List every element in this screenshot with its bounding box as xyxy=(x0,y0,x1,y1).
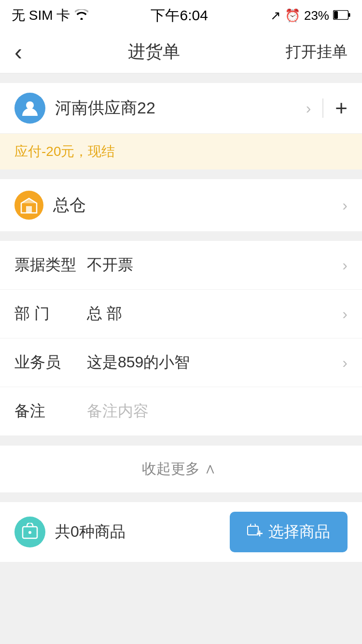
status-left: 无 SIM 卡 xyxy=(12,6,88,25)
battery-icon xyxy=(333,8,350,23)
svg-rect-7 xyxy=(248,526,258,535)
remark-input[interactable]: 备注内容 xyxy=(82,401,348,422)
remark-label: 备注 xyxy=(14,401,82,422)
warehouse-row[interactable]: 总仓 › xyxy=(0,179,362,231)
add-supplier-button[interactable]: + xyxy=(335,96,348,120)
warehouse-icon xyxy=(14,191,43,220)
warehouse-section: 总仓 › xyxy=(0,179,362,231)
select-product-label: 选择商品 xyxy=(268,521,330,543)
invoice-type-chevron-icon: › xyxy=(342,256,348,274)
department-value: 总 部 xyxy=(82,303,342,324)
supplier-divider xyxy=(322,98,323,118)
svg-rect-1 xyxy=(348,13,350,17)
department-chevron-icon: › xyxy=(342,305,348,323)
salesperson-label: 业务员 xyxy=(14,352,82,373)
notice-bar: 应付-20元，现结 xyxy=(0,134,362,169)
open-pending-button[interactable]: 打开挂单 xyxy=(286,42,348,63)
supplier-name: 河南供应商22 xyxy=(55,97,306,119)
status-bar: 无 SIM 卡 下午6:04 ↗ ⏰ 23% xyxy=(0,0,362,31)
department-row[interactable]: 部 门 总 部 › xyxy=(0,290,362,338)
carrier-text: 无 SIM 卡 xyxy=(12,6,70,25)
form-section: 票据类型 不开票 › 部 门 总 部 › 业务员 这是859的小智 › 备注 备… xyxy=(0,241,362,435)
wifi-icon xyxy=(75,8,88,23)
back-button[interactable]: ‹ xyxy=(14,39,22,65)
nav-bar: ‹ 进货单 打开挂单 xyxy=(0,31,362,73)
alarm-icon: ⏰ xyxy=(285,8,300,23)
svg-rect-4 xyxy=(26,206,32,213)
status-time: 下午6:04 xyxy=(151,6,208,26)
select-product-icon xyxy=(247,523,263,541)
salesperson-value: 这是859的小智 xyxy=(82,352,342,373)
invoice-type-row[interactable]: 票据类型 不开票 › xyxy=(0,241,362,290)
svg-rect-2 xyxy=(334,11,338,19)
supplier-section: 河南供应商22 › + 应付-20元，现结 xyxy=(0,83,362,169)
status-right: ↗ ⏰ 23% xyxy=(270,8,350,23)
svg-point-6 xyxy=(28,531,31,534)
svg-point-3 xyxy=(26,101,34,109)
salesperson-row[interactable]: 业务员 这是859的小智 › xyxy=(0,338,362,387)
battery-text: 23% xyxy=(304,8,329,23)
invoice-type-label: 票据类型 xyxy=(14,254,82,276)
product-icon xyxy=(14,517,45,547)
select-product-button[interactable]: 选择商品 xyxy=(230,512,348,552)
location-icon: ↗ xyxy=(270,8,281,23)
warehouse-name: 总仓 xyxy=(53,194,342,216)
collapse-text: 收起更多 ∧ xyxy=(142,459,216,479)
notice-text: 应付-20元，现结 xyxy=(14,144,115,159)
department-label: 部 门 xyxy=(14,303,82,324)
supplier-chevron-icon: › xyxy=(306,99,311,117)
salesperson-chevron-icon: › xyxy=(342,354,348,372)
invoice-type-value: 不开票 xyxy=(82,254,342,276)
remark-row[interactable]: 备注 备注内容 xyxy=(0,387,362,435)
page-title: 进货单 xyxy=(128,40,180,64)
top-divider xyxy=(0,73,362,83)
collapse-row[interactable]: 收起更多 ∧ xyxy=(0,445,362,492)
product-count-text: 共0种商品 xyxy=(55,521,230,543)
product-bar: 共0种商品 选择商品 xyxy=(0,502,362,562)
warehouse-chevron-icon: › xyxy=(342,196,348,214)
supplier-avatar xyxy=(14,93,45,124)
supplier-row[interactable]: 河南供应商22 › + xyxy=(0,83,362,134)
